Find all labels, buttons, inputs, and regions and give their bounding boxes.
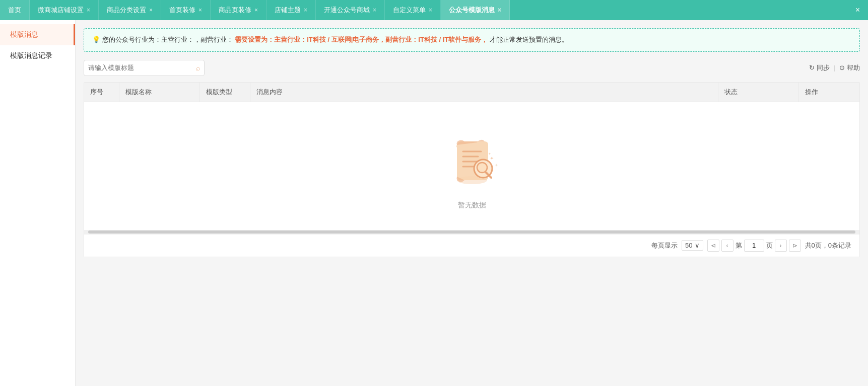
- tab-label-product-cat: 商品分类设置: [107, 6, 146, 15]
- empty-state: ✦ ✦ ✦ 暂无数据: [84, 102, 859, 230]
- search-actions: ↻ 同步 | ⊙ 帮助: [809, 63, 860, 72]
- tab-open-wechat[interactable]: 开通公众号商城×: [316, 0, 385, 20]
- total-info: 共0页，0条记录: [805, 241, 851, 250]
- tab-shop-theme[interactable]: 店铺主题×: [266, 0, 316, 20]
- col-header-content: 消息内容: [250, 83, 718, 102]
- search-icon[interactable]: ⌕: [196, 64, 200, 72]
- table-wrap: 序号模版名称模版类型消息内容状态操作: [84, 82, 860, 257]
- tab-bar: 首页微商城店铺设置×商品分类设置×首页装修×商品页装修×店铺主题×开通公众号商城…: [0, 0, 868, 20]
- tab-product-cat[interactable]: 商品分类设置×: [99, 0, 161, 20]
- tab-close-product-decor[interactable]: ×: [254, 7, 258, 14]
- col-header-template-type: 模版类型: [200, 83, 250, 102]
- svg-text:✦: ✦: [490, 156, 494, 161]
- tab-close-wsc-shop[interactable]: ×: [87, 7, 90, 14]
- tab-close-template-msg[interactable]: ×: [498, 7, 501, 14]
- tab-label-wsc-shop: 微商城店铺设置: [38, 6, 84, 15]
- tab-label-home: 首页: [8, 6, 21, 15]
- col-header-status: 状态: [718, 83, 799, 102]
- prev-page-button[interactable]: ‹: [721, 240, 733, 252]
- page-di-label: 第: [736, 241, 742, 250]
- empty-icon: ✦ ✦ ✦: [442, 132, 502, 193]
- tab-close-shop-theme[interactable]: ×: [304, 7, 307, 14]
- search-bar: ⌕ ↻ 同步 | ⊙ 帮助: [84, 60, 860, 76]
- main-layout: 模版消息模版消息记录 💡 您的公众号行业为：主营行业：，副营行业： 需要设置为：…: [0, 20, 868, 386]
- next-page-button[interactable]: ›: [775, 240, 787, 252]
- pagination: 每页显示 50 ∨ ⊲ ‹ 第 页 › ⊳ 共0页，0条记录: [84, 234, 859, 257]
- tab-label-home-decor: 首页装修: [169, 6, 195, 15]
- col-header-seq: 序号: [84, 83, 119, 102]
- notice-highlight: 需要设置为：主营行业：IT科技 / 互联网|电子商务，副营行业：IT科技 / I…: [235, 36, 488, 43]
- notice-banner: 💡 您的公众号行业为：主营行业：，副营行业： 需要设置为：主营行业：IT科技 /…: [84, 28, 860, 52]
- sync-icon: ↻: [809, 64, 815, 71]
- first-page-button[interactable]: ⊲: [707, 240, 719, 252]
- sidebar: 模版消息模版消息记录: [0, 20, 76, 386]
- tab-close-custom-menu[interactable]: ×: [429, 7, 432, 14]
- tab-label-shop-theme: 店铺主题: [275, 6, 301, 15]
- page-unit-label: 页: [766, 241, 773, 250]
- last-page-button[interactable]: ⊳: [789, 240, 801, 252]
- help-label: 帮助: [847, 63, 860, 72]
- help-button[interactable]: ⊙ 帮助: [839, 63, 860, 72]
- tab-label-template-msg: 公众号模版消息: [449, 6, 495, 15]
- sync-label: 同步: [817, 63, 830, 72]
- sync-button[interactable]: ↻ 同步: [809, 63, 830, 72]
- svg-text:✦: ✦: [488, 152, 491, 156]
- search-input-wrap[interactable]: ⌕: [84, 60, 205, 76]
- svg-point-6: [477, 163, 487, 173]
- sidebar-item-template-msg-record[interactable]: 模版消息记录: [0, 45, 75, 66]
- tab-close-open-wechat[interactable]: ×: [373, 7, 376, 14]
- empty-text: 暂无数据: [458, 201, 486, 210]
- tab-custom-menu[interactable]: 自定义菜单×: [385, 0, 441, 20]
- tab-close-product-cat[interactable]: ×: [149, 7, 153, 14]
- tab-home[interactable]: 首页: [0, 0, 30, 20]
- notice-icon: 💡: [92, 36, 102, 43]
- notice-prefix: 您的公众号行业为：主营行业：，副营行业：: [102, 36, 233, 43]
- tab-label-open-wechat: 开通公众号商城: [324, 6, 370, 15]
- col-header-action: 操作: [799, 83, 859, 102]
- search-input[interactable]: [88, 64, 196, 71]
- svg-text:✦: ✦: [495, 163, 498, 168]
- tab-wsc-shop[interactable]: 微商城店铺设置×: [30, 0, 99, 20]
- col-header-template-name: 模版名称: [119, 83, 200, 102]
- tab-label-product-decor: 商品页装修: [219, 6, 251, 15]
- content-area: 💡 您的公众号行业为：主营行业：，副营行业： 需要设置为：主营行业：IT科技 /…: [76, 20, 868, 386]
- page-number-input[interactable]: [744, 240, 764, 252]
- help-circle-icon: ⊙: [839, 64, 845, 71]
- tab-template-msg[interactable]: 公众号模版消息×: [441, 0, 510, 20]
- tab-close-home-decor[interactable]: ×: [198, 7, 202, 14]
- sidebar-item-template-msg[interactable]: 模版消息: [0, 24, 75, 45]
- notice-suffix: 才能正常发送预置的消息。: [490, 36, 568, 43]
- page-size-select[interactable]: 50 ∨: [682, 240, 703, 251]
- tab-label-custom-menu: 自定义菜单: [393, 6, 426, 15]
- tab-product-decor[interactable]: 商品页装修×: [211, 0, 266, 20]
- tab-home-decor[interactable]: 首页装修×: [161, 0, 211, 20]
- scrollbar-thumb[interactable]: [88, 230, 855, 234]
- page-size-value: 50: [685, 242, 692, 249]
- page-size-label: 每页显示: [651, 241, 678, 250]
- chevron-down-icon: ∨: [695, 242, 700, 249]
- tab-bar-close-button[interactable]: ×: [847, 6, 868, 15]
- page-nav: ⊲ ‹ 第 页 › ⊳: [707, 240, 801, 252]
- divider: |: [834, 64, 835, 71]
- table-header: 序号模版名称模版类型消息内容状态操作: [84, 83, 859, 102]
- horizontal-scrollbar[interactable]: [84, 230, 859, 234]
